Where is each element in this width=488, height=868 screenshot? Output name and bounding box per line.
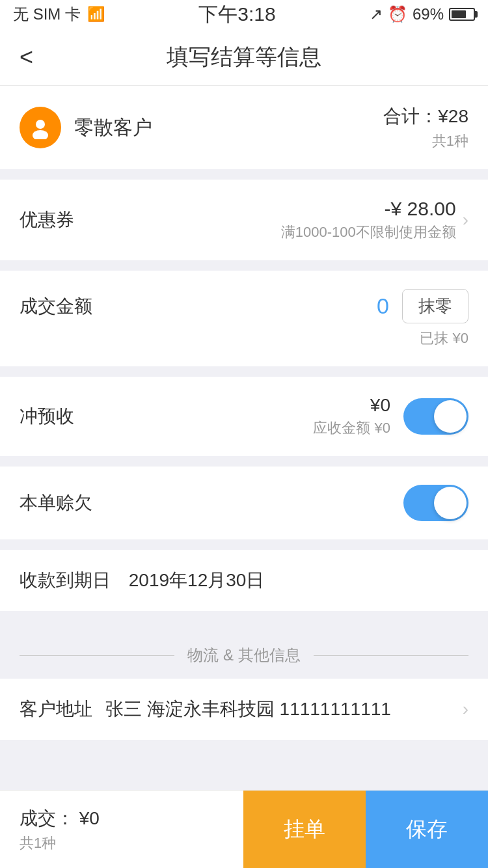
logistics-line-left <box>20 655 174 656</box>
debt-section: 本单赊欠 <box>0 467 488 539</box>
transaction-label: 成交金额 <box>20 294 92 319</box>
transaction-right: 0 抹零 <box>377 289 468 323</box>
debt-label: 本单赊欠 <box>20 491 92 515</box>
customer-left: 零散客户 <box>20 107 152 148</box>
status-left: 无 SIM 卡 📶 <box>13 4 105 25</box>
advance-amount-group: ¥0 应收金额 ¥0 <box>313 395 390 438</box>
advance-sub: 应收金额 ¥0 <box>313 418 390 438</box>
advance-section: 冲预收 ¥0 应收金额 ¥0 <box>0 377 488 456</box>
location-icon: ↗ <box>370 5 383 23</box>
customer-total: 合计：¥28 共1种 <box>383 104 468 151</box>
divider-1 <box>0 456 488 467</box>
status-bar: 无 SIM 卡 📶 下午3:18 ↗ ⏰ 69% <box>0 0 488 29</box>
advance-toggle-thumb <box>434 400 467 433</box>
wifi-icon: 📶 <box>87 6 105 23</box>
bottom-amount-label: 成交： <box>20 808 74 828</box>
battery-icon <box>449 8 475 21</box>
customer-row: 零散客户 合计：¥28 共1种 <box>0 86 488 169</box>
bottom-count: 共1种 <box>20 834 224 853</box>
alarm-icon: ⏰ <box>388 5 407 23</box>
coupon-desc: 满1000-100不限制使用金额 <box>281 223 456 242</box>
back-button[interactable]: < <box>20 44 33 71</box>
advance-label: 冲预收 <box>20 404 74 429</box>
coupon-chevron-icon: › <box>463 210 468 230</box>
customer-name: 零散客户 <box>74 115 152 141</box>
status-time: 下午3:18 <box>198 1 275 28</box>
transaction-row: 成交金额 0 抹零 <box>20 289 468 323</box>
transaction-sub: 已抹 ¥0 <box>20 329 468 348</box>
coupon-row[interactable]: 优惠券 -¥ 28.00 满1000-100不限制使用金额 › <box>0 180 488 260</box>
svg-point-0 <box>36 120 45 129</box>
due-date-value: 2019年12月30日 <box>129 570 265 590</box>
save-button[interactable]: 保存 <box>366 791 488 869</box>
avatar <box>20 107 61 148</box>
page-title: 填写结算等信息 <box>167 42 321 72</box>
nav-bar: < 填写结算等信息 <box>0 29 488 86</box>
advance-right: ¥0 应收金额 ¥0 <box>313 395 468 438</box>
total-amount: 合计：¥28 <box>383 104 468 129</box>
divider-2 <box>0 621 488 632</box>
battery-percent: 69% <box>413 5 444 23</box>
carrier-text: 无 SIM 卡 <box>13 4 81 25</box>
status-right: ↗ ⏰ 69% <box>370 5 475 23</box>
coupon-right: -¥ 28.00 满1000-100不限制使用金额 › <box>281 198 468 242</box>
transaction-value: 0 <box>377 293 389 319</box>
debt-row: 本单赊欠 <box>20 485 468 521</box>
address-label: 客户地址 <box>20 697 92 722</box>
coupon-discount: -¥ 28.00 <box>281 198 456 220</box>
advance-row: 冲预收 ¥0 应收金额 ¥0 <box>20 395 468 438</box>
total-count: 共1种 <box>383 131 468 151</box>
logistics-label: 物流 & 其他信息 <box>174 645 313 666</box>
address-row[interactable]: 客户地址 张三 海淀永丰科技园 11111111111 › <box>0 679 488 740</box>
content: 零散客户 合计：¥28 共1种 优惠券 -¥ 28.00 满1000-100不限… <box>0 86 488 835</box>
due-date-row: 收款到期日 2019年12月30日 <box>0 550 488 611</box>
debt-toggle-thumb <box>434 487 467 519</box>
coupon-label: 优惠券 <box>20 208 74 232</box>
due-date-label: 收款到期日 <box>20 570 111 590</box>
address-value: 张三 海淀永丰科技园 11111111111 <box>105 697 463 722</box>
svg-point-1 <box>33 130 48 139</box>
bottom-amount-line: 成交： ¥0 <box>20 806 224 831</box>
round-button[interactable]: 抹零 <box>402 289 468 323</box>
logistics-line-right <box>314 655 468 656</box>
transaction-section: 成交金额 0 抹零 已抹 ¥0 <box>0 271 488 366</box>
hang-button[interactable]: 挂单 <box>243 791 366 869</box>
logistics-divider: 物流 & 其他信息 <box>0 632 488 679</box>
bottom-amount: ¥0 <box>79 808 100 828</box>
address-chevron-icon: › <box>463 699 468 720</box>
advance-toggle[interactable] <box>403 398 468 435</box>
debt-toggle[interactable] <box>403 485 468 521</box>
advance-amount: ¥0 <box>313 395 390 416</box>
bottom-summary: 成交： ¥0 共1种 <box>0 806 243 853</box>
bottom-bar: 成交： ¥0 共1种 挂单 保存 <box>0 790 488 868</box>
